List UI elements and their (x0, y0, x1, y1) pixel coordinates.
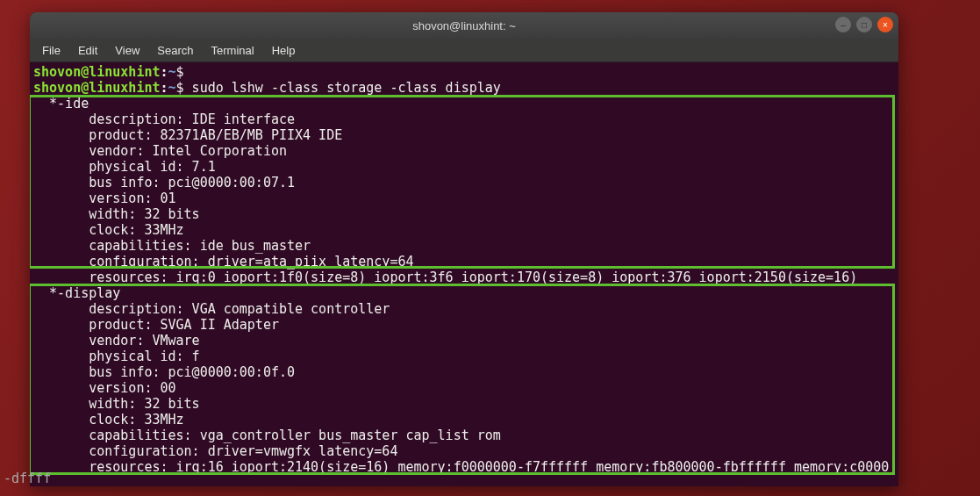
output-line: resources: irq:0 ioport:1f0(size=8) iopo… (32, 270, 897, 285)
prompt-path: ~ (168, 64, 176, 80)
output-line: description: VGA compatible controller (32, 301, 897, 317)
command-text: sudo lshw -class storage -class display (184, 80, 501, 96)
menu-edit[interactable]: Edit (69, 40, 106, 61)
menu-view[interactable]: View (106, 40, 148, 61)
window-title: shovon@linuxhint: ~ (412, 19, 516, 32)
output-line: capabilities: ide bus_master (32, 238, 897, 254)
terminal-window: shovon@linuxhint: ~ – □ × File Edit View… (30, 12, 898, 486)
output-line: bus info: pci@0000:00:0f.0 (32, 364, 897, 380)
prompt-line-1: shovon@linuxhint:~$ (32, 64, 897, 80)
prompt-line-2: shovon@linuxhint:~$ sudo lshw -class sto… (32, 80, 897, 96)
output-line: description: IDE interface (32, 111, 897, 127)
menu-help[interactable]: Help (263, 40, 304, 61)
menu-file[interactable]: File (33, 40, 69, 61)
output-line: configuration: driver=ata_piix latency=6… (32, 254, 897, 270)
output-line: version: 01 (32, 190, 897, 206)
output-line: vendor: VMware (32, 333, 897, 349)
prompt-symbol: $ (176, 64, 184, 80)
output-line: clock: 33MHz (32, 222, 897, 238)
close-button[interactable]: × (877, 17, 893, 32)
overflow-text: -dffff (4, 471, 51, 486)
output-line: *-display (32, 285, 897, 301)
output-line: product: SVGA II Adapter (32, 317, 897, 333)
maximize-button[interactable]: □ (856, 17, 872, 32)
output-line: bus info: pci@0000:00:07.1 (32, 175, 897, 190)
output-line: version: 00 (32, 380, 897, 396)
prompt-user: shovon (33, 64, 81, 80)
output-line: product: 82371AB/EB/MB PIIX4 IDE (32, 127, 897, 143)
titlebar: shovon@linuxhint: ~ – □ × (30, 12, 898, 39)
output-line: *-ide (32, 96, 897, 111)
output-line: capabilities: vga_controller bus_master … (32, 428, 897, 443)
output-line: physical id: f (32, 349, 897, 364)
output-line: width: 32 bits (32, 396, 897, 412)
output-line: configuration: driver=vmwgfx latency=64 (32, 443, 897, 459)
output-line: physical id: 7.1 (32, 159, 897, 175)
prompt-host: linuxhint (89, 64, 160, 80)
output-line: width: 32 bits (32, 206, 897, 222)
output-line: clock: 33MHz (32, 412, 897, 428)
window-controls: – □ × (835, 17, 893, 32)
menu-search[interactable]: Search (148, 40, 202, 61)
terminal-body[interactable]: shovon@linuxhint:~$ shovon@linuxhint:~$ … (30, 62, 898, 486)
minimize-button[interactable]: – (835, 17, 851, 32)
output-line: resources: irq:16 ioport:2140(size=16) m… (32, 459, 897, 475)
output-line: vendor: Intel Corporation (32, 143, 897, 159)
menubar: File Edit View Search Terminal Help (30, 39, 898, 62)
menu-terminal[interactable]: Terminal (203, 40, 263, 61)
